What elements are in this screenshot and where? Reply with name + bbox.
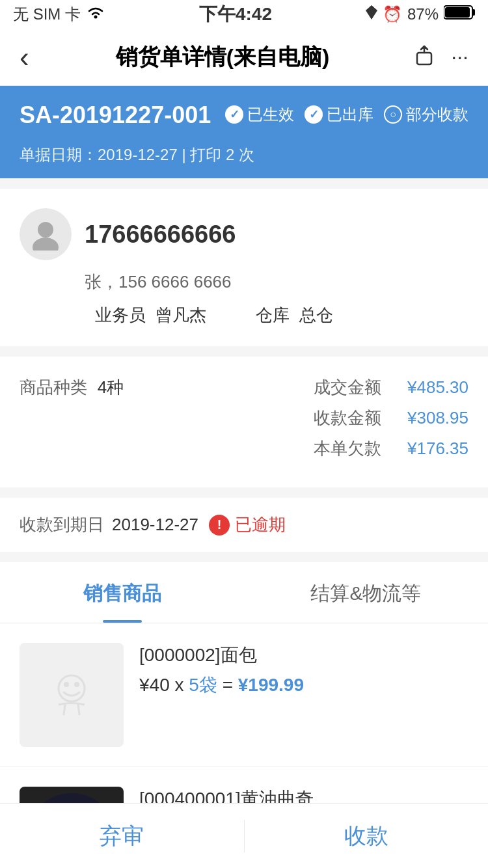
svg-rect-2 xyxy=(472,9,475,16)
svg-point-7 xyxy=(59,675,85,701)
status-badges: ✓ 已生效 ✓ 已出库 ○ 部分收款 xyxy=(225,104,468,125)
wifi-icon xyxy=(86,5,105,23)
customer-section: 17666666666 张，156 6666 6666 业务员 曾凡杰 仓库 总… xyxy=(0,189,488,346)
badge-partial-payment: ○ 部分收款 xyxy=(384,104,468,125)
sales-label: 业务员 曾凡杰 xyxy=(90,304,206,327)
svg-point-5 xyxy=(38,222,53,237)
sales-person-value: 曾凡杰 xyxy=(156,305,206,325)
badge-effective-label: 已生效 xyxy=(247,104,294,125)
order-header-banner: SA-20191227-001 ✓ 已生效 ✓ 已出库 ○ 部分收款 单据日期：… xyxy=(0,86,488,178)
customer-avatar xyxy=(20,208,72,260)
product-type-count: 4种 xyxy=(98,377,124,397)
badge-partial-label: 部分收款 xyxy=(406,104,468,125)
qty-1: 5袋 xyxy=(189,675,217,695)
product-type-summary: 商品种类 4种 xyxy=(20,376,124,399)
status-right: ⏰ 87% xyxy=(366,5,475,24)
product-item-1: [0000002]面包 ¥40 x 5袋 = ¥199.99 xyxy=(0,623,488,767)
collect-button[interactable]: 收款 xyxy=(245,808,489,864)
location-icon xyxy=(366,5,377,23)
amount-summary: 成交金额 ¥485.30 收款金额 ¥308.95 本单欠款 ¥176.35 xyxy=(314,376,468,468)
bottom-bar: 弃审 收款 xyxy=(0,803,488,868)
received-amount-value: ¥308.95 xyxy=(407,408,468,428)
deal-amount-value: ¥485.30 xyxy=(407,377,468,398)
alarm-icon: ⏰ xyxy=(383,5,402,23)
badge-effective: ✓ 已生效 xyxy=(225,104,294,125)
back-button[interactable]: ‹ xyxy=(20,41,29,74)
owed-amount-value: ¥176.35 xyxy=(407,439,468,459)
overdue-badge: ! 已逾期 xyxy=(209,513,286,536)
deal-amount-label: 成交金额 xyxy=(314,376,381,399)
time-display: 下午4:42 xyxy=(199,2,272,27)
owed-amount-label: 本单欠款 xyxy=(314,437,381,460)
check-shipped-icon: ✓ xyxy=(305,105,323,124)
sim-status: 无 SIM 卡 xyxy=(13,4,81,25)
battery-icon xyxy=(444,5,475,24)
owed-amount-row: 本单欠款 ¥176.35 xyxy=(314,437,468,460)
product-type-label: 商品种类 xyxy=(20,377,87,397)
deal-amount-row: 成交金额 ¥485.30 xyxy=(314,376,468,399)
received-amount-label: 收款金额 xyxy=(314,407,381,429)
nav-bar: ‹ 销货单详情(来自电脑) ··· xyxy=(0,29,488,86)
warehouse-label: 仓库 总仓 xyxy=(251,304,333,327)
product-thumb-1 xyxy=(20,643,124,747)
customer-phone: 17666666666 xyxy=(85,221,236,249)
svg-point-8 xyxy=(64,682,69,687)
tabs-bar: 销售商品 结算&物流等 xyxy=(0,562,488,623)
svg-rect-3 xyxy=(445,7,470,18)
svg-rect-4 xyxy=(417,53,431,64)
customer-meta: 业务员 曾凡杰 仓库 总仓 xyxy=(85,304,468,327)
reject-button[interactable]: 弃审 xyxy=(0,808,244,864)
battery-text: 87% xyxy=(407,5,439,23)
order-meta-info: 单据日期：2019-12-27 | 打印 2 次 xyxy=(20,144,468,165)
warehouse-value: 总仓 xyxy=(299,305,333,325)
product-price-1: ¥40 x 5袋 = ¥199.99 xyxy=(139,673,468,698)
overdue-icon: ! xyxy=(209,515,230,536)
unit-price-1: ¥40 xyxy=(139,675,170,695)
order-id: SA-20191227-001 xyxy=(20,102,211,129)
badge-shipped: ✓ 已出库 xyxy=(305,104,373,125)
total-1: ¥199.99 xyxy=(238,675,304,695)
status-bar: 无 SIM 卡 下午4:42 ⏰ 87% xyxy=(0,0,488,29)
customer-sub-info: 张，156 6666 6666 xyxy=(85,271,468,293)
badge-shipped-label: 已出库 xyxy=(327,104,373,125)
overdue-label: 已逾期 xyxy=(235,513,286,536)
received-amount-row: 收款金额 ¥308.95 xyxy=(314,407,468,429)
more-icon[interactable]: ··· xyxy=(451,45,468,69)
product-info-1: [0000002]面包 ¥40 x 5袋 = ¥199.99 xyxy=(139,643,468,698)
clock-icon: ○ xyxy=(384,105,402,124)
svg-point-9 xyxy=(74,682,79,687)
check-effective-icon: ✓ xyxy=(225,105,243,124)
product-name-1: [0000002]面包 xyxy=(139,643,468,668)
summary-section: 商品种类 4种 成交金额 ¥485.30 收款金额 ¥308.95 本单欠款 ¥… xyxy=(0,357,488,487)
status-left: 无 SIM 卡 xyxy=(13,4,105,25)
tab-sales-products[interactable]: 销售商品 xyxy=(0,562,244,623)
due-label: 收款到期日 xyxy=(20,513,104,536)
svg-point-0 xyxy=(94,16,98,19)
share-icon[interactable] xyxy=(416,44,438,70)
page-title: 销货单详情(来自电脑) xyxy=(116,42,330,72)
tab-settlement[interactable]: 结算&物流等 xyxy=(244,562,488,623)
svg-point-6 xyxy=(33,237,59,251)
nav-actions: ··· xyxy=(416,44,468,70)
due-date-value: 2019-12-27 xyxy=(112,515,198,535)
due-date-section: 收款到期日 2019-12-27 ! 已逾期 xyxy=(0,498,488,552)
